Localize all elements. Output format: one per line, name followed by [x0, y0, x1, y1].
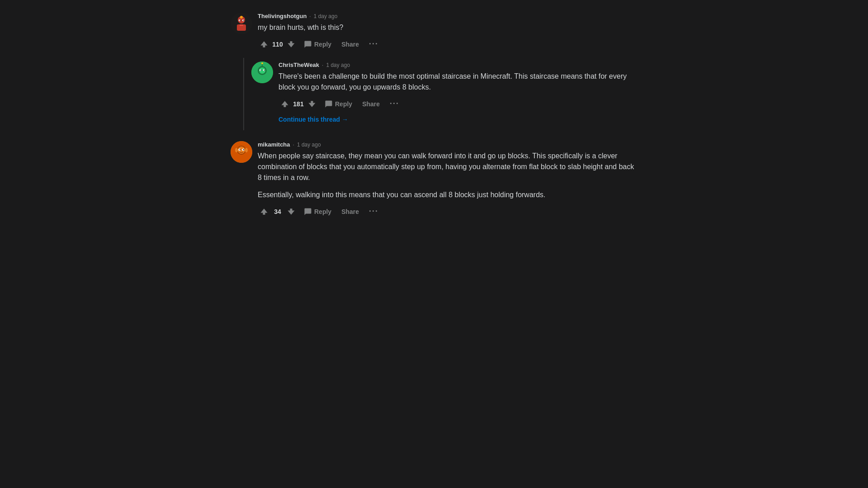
- comment-2-dot: ·: [322, 62, 323, 68]
- comment-3-reply-button[interactable]: Reply: [300, 206, 335, 218]
- comments-container: Thelivingshotgun · 1 day ago my brain hu…: [231, 0, 637, 234]
- comment-1-text: my brain hurts, wth is this?: [258, 22, 637, 33]
- svg-point-25: [243, 149, 244, 150]
- comment-1-more-button[interactable]: ···: [365, 38, 382, 51]
- comment-2-actions: 181 Reply Share: [278, 97, 637, 110]
- svg-point-26: [235, 148, 238, 152]
- comment-1-header: Thelivingshotgun · 1 day ago: [258, 13, 637, 19]
- svg-point-6: [240, 20, 241, 21]
- svg-point-14: [260, 70, 261, 71]
- comment-1-downvote-button[interactable]: [285, 38, 297, 51]
- comment-2-downvote-button[interactable]: [306, 98, 318, 110]
- comment-3-actions: 34 Reply Share ···: [258, 205, 637, 218]
- comment-2-author: ChrisTheWeak: [278, 62, 319, 68]
- comment-1-upvote-button[interactable]: [258, 38, 270, 51]
- svg-point-27: [245, 148, 248, 152]
- comment-3-author: mikamitcha: [258, 141, 290, 148]
- comment-1-share-button[interactable]: Share: [338, 39, 363, 50]
- svg-rect-8: [240, 24, 243, 26]
- comment-3-downvote-button[interactable]: [285, 205, 297, 218]
- comment-1-body: Thelivingshotgun · 1 day ago my brain hu…: [258, 13, 637, 51]
- comment-3-text: When people say staircase, they mean you…: [258, 151, 637, 200]
- comment-2-reply-button[interactable]: Reply: [321, 98, 356, 110]
- comment-3-votes: 34: [258, 205, 297, 218]
- comment-1-vote-count: 110: [272, 41, 283, 48]
- comment-1-votes: 110: [258, 38, 297, 51]
- svg-point-24: [240, 149, 241, 150]
- comment-3-upvote-button[interactable]: [258, 205, 270, 218]
- svg-point-17: [261, 62, 263, 64]
- avatar-christheweak: [251, 62, 273, 83]
- nested-comment-2-container: ChrisTheWeak · 1 day ago There's been a …: [243, 58, 637, 130]
- svg-point-7: [243, 20, 244, 21]
- comment-2-share-button[interactable]: Share: [359, 99, 383, 109]
- comment-3-header: mikamitcha · 1 day ago: [258, 141, 637, 148]
- svg-rect-28: [238, 156, 245, 161]
- svg-point-3: [240, 16, 243, 19]
- comment-2-text: There's been a challenge to build the mo…: [278, 71, 637, 93]
- comment-2-body: ChrisTheWeak · 1 day ago There's been a …: [278, 62, 637, 127]
- comment-3: mikamitcha · 1 day ago When people say s…: [231, 137, 637, 222]
- comment-1-reply-button[interactable]: Reply: [300, 38, 335, 50]
- comment-1-dot: ·: [309, 13, 311, 19]
- comment-3-vote-count: 34: [272, 208, 283, 215]
- comment-3-more-button[interactable]: ···: [365, 205, 382, 218]
- comment-1-time: 1 day ago: [314, 13, 338, 19]
- comment-3-time: 1 day ago: [297, 142, 321, 148]
- comment-3-dot: ·: [293, 142, 294, 148]
- comment-2-upvote-button[interactable]: [278, 98, 291, 110]
- comment-2-vote-count: 181: [293, 100, 304, 108]
- comment-1-author: Thelivingshotgun: [258, 13, 307, 19]
- comment-2-more-button[interactable]: ···: [386, 97, 403, 110]
- comment-2-votes: 181: [278, 98, 318, 110]
- comment-2: ChrisTheWeak · 1 day ago There's been a …: [251, 58, 637, 130]
- continue-thread-container: Continue this thread →: [278, 110, 637, 127]
- comment-1-actions: 110 Reply Share ··: [258, 38, 637, 51]
- avatar-mikamitcha: [231, 141, 252, 163]
- comment-3-body: mikamitcha · 1 day ago When people say s…: [258, 141, 637, 218]
- comment-2-header: ChrisTheWeak · 1 day ago: [278, 62, 637, 68]
- avatar-thelivingshotgun: [231, 13, 252, 34]
- svg-point-15: [264, 70, 265, 71]
- svg-rect-18: [259, 76, 266, 81]
- comment-2-time: 1 day ago: [326, 62, 350, 68]
- comment-1: Thelivingshotgun · 1 day ago my brain hu…: [231, 9, 637, 54]
- comment-3-share-button[interactable]: Share: [338, 206, 363, 217]
- continue-thread-button[interactable]: Continue this thread →: [278, 114, 348, 125]
